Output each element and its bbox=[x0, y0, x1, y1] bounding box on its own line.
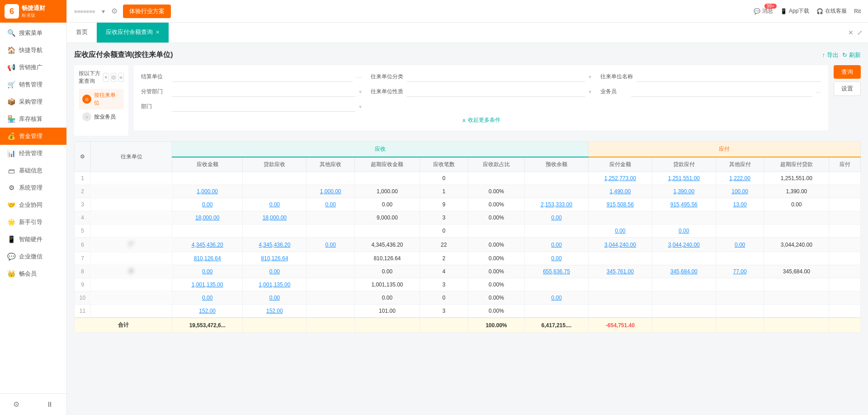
message-button[interactable]: 💬 消息 99+ bbox=[754, 7, 773, 15]
tab-home[interactable]: 首页 bbox=[67, 23, 97, 43]
sidebar-item-wechat[interactable]: 💬 企业微信 bbox=[0, 248, 66, 265]
ap-loan[interactable] bbox=[652, 278, 716, 291]
ap-loan[interactable] bbox=[652, 252, 716, 265]
settings-bottom-icon[interactable]: ⚙ bbox=[10, 397, 22, 411]
ar-amount[interactable] bbox=[172, 224, 243, 238]
ar-prepay[interactable] bbox=[524, 172, 588, 185]
partner-type-dropdown[interactable]: ▾ bbox=[589, 89, 591, 95]
gear-icon[interactable]: ⚙ bbox=[111, 7, 118, 15]
qm-item-by-partner[interactable]: ⊙ 按往来单位 bbox=[79, 89, 124, 110]
ar-other[interactable] bbox=[307, 172, 355, 185]
ap-amount[interactable]: 345,761.00 bbox=[588, 265, 652, 278]
ap-other[interactable]: 13.00 bbox=[716, 198, 764, 211]
user-menu[interactable]: Rit bbox=[854, 8, 861, 14]
ar-other[interactable] bbox=[307, 224, 355, 238]
sidebar-item-quick-nav[interactable]: 🏠 快捷导航 bbox=[0, 42, 66, 59]
salesperson-input[interactable] bbox=[631, 86, 812, 97]
ar-prepay[interactable] bbox=[524, 185, 588, 198]
ar-amount[interactable]: 1,000.00 bbox=[172, 185, 243, 198]
manage-dept-dropdown[interactable]: ▾ bbox=[359, 89, 362, 95]
ap-loan[interactable] bbox=[652, 305, 716, 318]
ap-amount[interactable]: 0.00 bbox=[588, 224, 652, 238]
ap-other[interactable]: 100.00 bbox=[716, 185, 764, 198]
ar-prepay[interactable]: 0.00 bbox=[524, 252, 588, 265]
ar-amount[interactable]: 0.00 bbox=[172, 198, 243, 211]
collapse-button[interactable]: ∧ 收起更多条件 bbox=[141, 116, 821, 124]
ar-other[interactable] bbox=[307, 305, 355, 318]
ap-loan[interactable] bbox=[652, 291, 716, 305]
app-download-button[interactable]: 📱 App下载 bbox=[780, 7, 809, 15]
ar-amount[interactable]: 4,345,436.20 bbox=[172, 238, 243, 252]
solution-button[interactable]: 体验行业方案 bbox=[123, 5, 171, 18]
table-wrapper[interactable]: ⚙ 往来单位 应收 应付 应收金额 贷款应收 其他应收 超期应收金额 应收笔数 bbox=[74, 141, 861, 333]
ap-loan[interactable] bbox=[652, 211, 716, 224]
filter-dots-icon[interactable]: ⊙ bbox=[111, 73, 117, 82]
ap-loan[interactable]: 1,390.00 bbox=[652, 185, 716, 198]
nav-dropdown-icon[interactable]: ▾ bbox=[101, 7, 106, 16]
maximize-window-icon[interactable]: ⤢ bbox=[857, 29, 863, 36]
ap-amount[interactable] bbox=[588, 211, 652, 224]
partner-category-input[interactable] bbox=[407, 72, 585, 82]
ar-amount[interactable]: 810,126.64 bbox=[172, 252, 243, 265]
ar-other[interactable] bbox=[307, 265, 355, 278]
ar-amount[interactable]: 18,000.00 bbox=[172, 211, 243, 224]
salesperson-dots[interactable]: ··· bbox=[816, 88, 821, 95]
ap-amount[interactable] bbox=[588, 278, 652, 291]
filter-collapse-icon[interactable]: « bbox=[118, 73, 124, 82]
ar-prepay[interactable]: 655,636.75 bbox=[524, 265, 588, 278]
ap-loan[interactable]: 3,044,240.00 bbox=[652, 238, 716, 252]
ar-other[interactable]: 1,000.00 bbox=[307, 185, 355, 198]
sidebar-item-hardware[interactable]: 📱 智能硬件 bbox=[0, 231, 66, 248]
online-service-button[interactable]: 🎧 在线客服 bbox=[816, 7, 847, 15]
settle-unit-input[interactable] bbox=[172, 72, 353, 82]
tab-close-icon[interactable]: ✕ bbox=[156, 29, 160, 35]
ap-other[interactable] bbox=[716, 278, 764, 291]
ap-amount[interactable]: 915,508.56 bbox=[588, 198, 652, 211]
sidebar-item-search-menu[interactable]: 🔍 搜索菜单 bbox=[0, 24, 66, 42]
ap-other[interactable] bbox=[716, 252, 764, 265]
ar-amount[interactable]: 152.00 bbox=[172, 305, 243, 318]
sidebar-item-basic[interactable]: 🗃 基础信息 bbox=[0, 162, 66, 179]
ar-loan[interactable]: 0.00 bbox=[243, 291, 307, 305]
ap-other[interactable] bbox=[716, 291, 764, 305]
refresh-button[interactable]: ↻ 刷新 bbox=[842, 51, 861, 59]
ap-amount[interactable] bbox=[588, 305, 652, 318]
ap-other[interactable] bbox=[716, 305, 764, 318]
ar-amount[interactable] bbox=[172, 172, 243, 185]
ar-other[interactable]: 0.00 bbox=[307, 238, 355, 252]
ar-other[interactable] bbox=[307, 252, 355, 265]
ar-other[interactable] bbox=[307, 211, 355, 224]
ar-prepay[interactable]: 0.00 bbox=[524, 291, 588, 305]
ar-amount[interactable]: 1,001,135.00 bbox=[172, 278, 243, 291]
ar-loan[interactable]: 810,126.64 bbox=[243, 252, 307, 265]
tab-ar-ap[interactable]: 应收应付余额查询 ✕ bbox=[97, 23, 169, 43]
ar-other[interactable] bbox=[307, 291, 355, 305]
sidebar-item-inventory[interactable]: 🏪 库存核算 bbox=[0, 110, 66, 128]
sidebar-item-management[interactable]: 📊 经营管理 bbox=[0, 145, 66, 162]
ar-loan[interactable]: 4,345,436.20 bbox=[243, 238, 307, 252]
ap-amount[interactable] bbox=[588, 252, 652, 265]
dept-input[interactable] bbox=[172, 101, 355, 112]
close-window-icon[interactable]: ✕ bbox=[848, 29, 854, 36]
ar-loan[interactable]: 0.00 bbox=[243, 198, 307, 211]
ap-loan[interactable]: 915,495.56 bbox=[652, 198, 716, 211]
ar-loan[interactable] bbox=[243, 172, 307, 185]
ar-other[interactable] bbox=[307, 278, 355, 291]
ar-loan[interactable]: 1,001,135.00 bbox=[243, 278, 307, 291]
setting-button[interactable]: 设置 bbox=[834, 81, 861, 96]
ap-loan[interactable]: 1,251,551.00 bbox=[652, 172, 716, 185]
sidebar-item-enterprise[interactable]: 🤝 企业协同 bbox=[0, 196, 66, 214]
partner-category-dropdown[interactable]: ▾ bbox=[589, 74, 591, 80]
ar-amount[interactable]: 0.00 bbox=[172, 291, 243, 305]
qm-item-by-salesperson[interactable]: ○ 按业务员 bbox=[79, 110, 124, 124]
partner-type-input[interactable] bbox=[407, 86, 585, 97]
ap-amount[interactable]: 1,252,773.00 bbox=[588, 172, 652, 185]
ar-prepay[interactable] bbox=[524, 305, 588, 318]
ap-amount[interactable]: 3,044,240.00 bbox=[588, 238, 652, 252]
dept-dropdown[interactable]: ▾ bbox=[359, 104, 362, 110]
ap-amount[interactable]: 1,490.00 bbox=[588, 185, 652, 198]
sidebar-item-purchase[interactable]: 📦 采购管理 bbox=[0, 93, 66, 110]
ap-other[interactable]: 77.00 bbox=[716, 265, 764, 278]
partner-name-input[interactable] bbox=[637, 72, 821, 82]
ap-loan[interactable]: 345,684.00 bbox=[652, 265, 716, 278]
